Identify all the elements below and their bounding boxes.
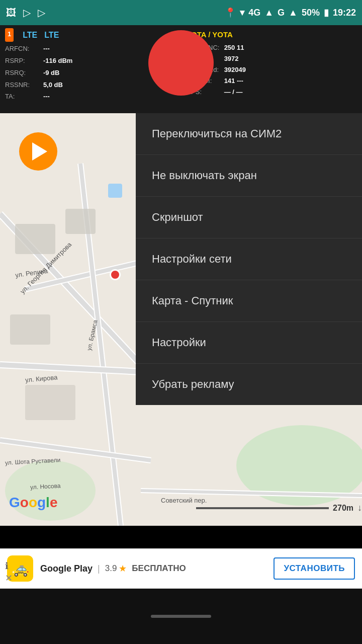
signal-icon: ▲ [264, 8, 274, 18]
map-area[interactable]: ул. Георгия Димитрова ул. Репина ул. Бра… [0, 113, 362, 526]
menu-item-network-settings[interactable]: Настройки сети [136, 238, 362, 280]
scale-bar: 270m ↓ [196, 503, 362, 513]
scale-label: 270m [333, 504, 353, 513]
gplay-app-name: Google Play [40, 564, 93, 574]
svg-rect-15 [15, 224, 55, 254]
enodeb-value: 392049 [224, 66, 246, 73]
rsrq-value: -9 dB [43, 69, 60, 76]
play-triangle-icon [32, 142, 47, 160]
gplay-rating: 3.9 ★ [105, 563, 127, 574]
gplay-free-label: БЕСПЛАТНО [132, 564, 186, 574]
rssnr-label: RSSNR: [5, 79, 41, 91]
menu-item-settings[interactable]: Настройки [136, 322, 362, 364]
gplay-icon-emoji: 🚕 [12, 560, 29, 577]
signal-circle [148, 30, 214, 96]
mcc-mnc-value: 250 11 [224, 44, 244, 51]
svg-rect-18 [25, 385, 75, 420]
rsrp-value: -116 dBm [43, 57, 73, 64]
google-play-banner[interactable]: 🚕 Google Play | 3.9 ★ БЕСПЛАТНО УСТАНОВИ… [0, 548, 362, 589]
svg-point-2 [5, 460, 96, 521]
ta-label: TA: [5, 91, 41, 102]
network-type2: LTE [44, 28, 59, 42]
svg-rect-20 [10, 314, 50, 345]
arfcn-label: ARFCN: [5, 43, 41, 54]
menu-item-keep-screen[interactable]: Не выключать экран [136, 155, 362, 197]
status-bar-right: 📍 ▾ 4G ▲ G ▲ 50% ▮ 19:22 [225, 7, 356, 18]
g-indicator: G [278, 8, 285, 18]
wifi-icon: ▾ [240, 7, 244, 18]
image-icon: 🖼 [6, 7, 16, 19]
menu-item-map-satellite[interactable]: Карта - Спутник [136, 280, 362, 322]
menu-item-screenshot[interactable]: Скриншот [136, 197, 362, 238]
scale-line [196, 507, 329, 509]
svg-rect-16 [65, 209, 96, 234]
scale-arrow-icon: ↓ [357, 503, 362, 513]
info-icon-area: ℹ ✕ [5, 560, 13, 584]
ta-value: --- [43, 93, 50, 100]
location-dot [110, 269, 121, 280]
gplay-star-icon: ★ [119, 563, 127, 574]
network-type1: LTE [23, 28, 37, 42]
status-bar: 🖼 ▷ ▷ 📍 ▾ 4G ▲ G ▲ 50% ▮ 19:22 [0, 0, 362, 25]
triangle-icon: ▷ [38, 7, 45, 19]
provider-name: YOTA / YOTA [186, 28, 357, 41]
tac-value: 3972 [224, 55, 239, 62]
network-4g: 4G [248, 8, 260, 18]
battery-level: 50% [302, 8, 320, 18]
play-icon: ▷ [23, 7, 31, 19]
status-bar-icons: 🖼 ▷ ▷ [6, 7, 45, 19]
gps-value: — / — [224, 88, 243, 96]
svg-rect-21 [108, 184, 122, 198]
location-icon: 📍 [225, 7, 236, 18]
cid-pci-value: 141 --- [224, 77, 243, 85]
arfcn-value: --- [43, 45, 50, 52]
close-x-icon[interactable]: ✕ [5, 573, 13, 584]
context-menu: Переключиться на СИМ2 Не выключать экран… [136, 113, 362, 405]
info-circle-icon: ℹ [5, 560, 13, 572]
google-logo: Google [9, 495, 57, 511]
menu-item-remove-ads[interactable]: Убрать рекламу [136, 364, 362, 405]
gplay-install-button[interactable]: УСТАНОВИТЬ [274, 557, 355, 580]
rsrp-label: RSRP: [5, 55, 41, 66]
clock: 19:22 [333, 8, 356, 18]
rssnr-value: 5,0 dB [43, 81, 63, 89]
signal-icon2: ▲ [289, 8, 298, 18]
rsrq-label: RSRQ: [5, 67, 41, 78]
play-button[interactable] [19, 132, 57, 171]
info-bar: 1 LTE LTE ARFCN: --- RSRP: -116 dBm RSRQ… [0, 25, 362, 113]
sim-badge: 1 [5, 28, 14, 42]
gplay-rating-value: 3.9 [105, 564, 117, 574]
home-indicator [151, 615, 211, 618]
bottom-bar [0, 589, 362, 644]
gplay-divider: | [98, 564, 100, 574]
gplay-info: Google Play | 3.9 ★ БЕСПЛАТНО [40, 563, 274, 574]
menu-item-switch-sim2[interactable]: Переключиться на СИМ2 [136, 113, 362, 155]
battery-icon: ▮ [324, 7, 329, 18]
